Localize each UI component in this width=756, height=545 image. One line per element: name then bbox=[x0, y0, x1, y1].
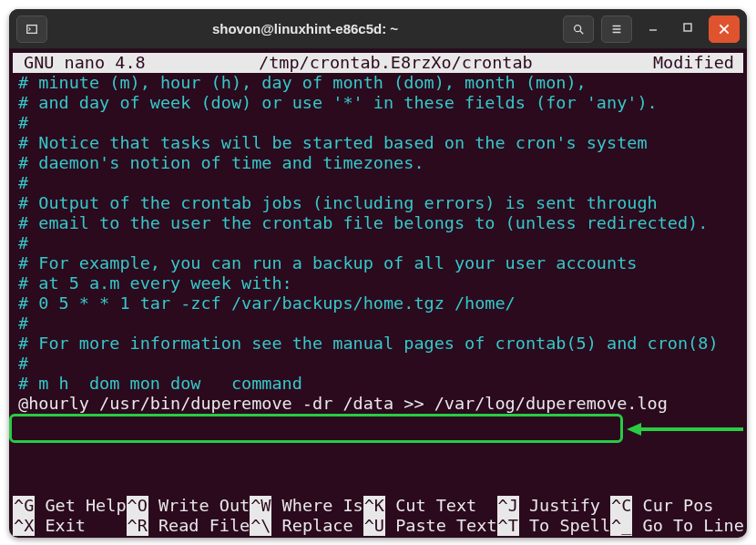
new-tab-button[interactable] bbox=[16, 15, 47, 43]
search-icon bbox=[572, 23, 585, 36]
titlebar: shovon@linuxhint-e86c5d: ~ bbox=[9, 9, 747, 49]
cron-command-line: @hourly /usr/bin/duperemove -dr /data >>… bbox=[18, 394, 743, 414]
comment-line: # bbox=[18, 354, 743, 374]
nano-file-path: /tmp/crontab.E8rzXo/crontab bbox=[259, 53, 653, 73]
shortcut-item: ^\ Replace bbox=[250, 516, 363, 536]
shortcut-label: Replace bbox=[271, 516, 352, 536]
shortcut-key: ^K bbox=[363, 496, 385, 516]
comment-line: # m h dom mon dow command bbox=[18, 374, 743, 394]
comment-line: # bbox=[18, 314, 743, 334]
shortcut-label: Justify bbox=[519, 496, 600, 516]
shortcut-label: Where Is bbox=[271, 496, 363, 516]
shortcut-key: ^_ bbox=[610, 516, 632, 536]
nano-shortcuts: ^G Get Help^O Write Out^W Where Is^K Cut… bbox=[13, 496, 743, 536]
shortcut-key: ^W bbox=[250, 496, 271, 516]
window-title: shovon@linuxhint-e86c5d: ~ bbox=[55, 21, 556, 36]
shortcut-item: ^J Justify bbox=[497, 496, 611, 516]
shortcut-key: ^R bbox=[127, 516, 148, 536]
terminal-icon bbox=[26, 23, 38, 36]
editor-content[interactable]: # minute (m), hour (h), day of month (do… bbox=[13, 73, 743, 414]
terminal-body[interactable]: GNU nano 4.8 /tmp/crontab.E8rzXo/crontab… bbox=[9, 49, 747, 538]
comment-line: # bbox=[18, 233, 743, 253]
shortcut-item: ^K Cut Text bbox=[363, 496, 497, 516]
comment-line: # For example, you can run a backup of a… bbox=[18, 253, 743, 273]
shortcut-label: Cur Pos bbox=[632, 496, 713, 516]
shortcut-label: Exit bbox=[35, 516, 86, 536]
comment-line: # 0 5 * * 1 tar -zcf /var/backups/home.t… bbox=[18, 293, 743, 314]
nano-status-bar: GNU nano 4.8 /tmp/crontab.E8rzXo/crontab… bbox=[13, 53, 743, 73]
shortcut-key: ^J bbox=[497, 496, 519, 516]
shortcut-label: Cut Text bbox=[385, 496, 476, 516]
shortcut-item: ^W Where Is bbox=[250, 496, 363, 516]
highlight-annotation bbox=[9, 414, 623, 443]
shortcut-key: ^G bbox=[13, 496, 35, 516]
shortcut-item: ^_ Go To Line bbox=[610, 516, 744, 536]
nano-app-name: GNU nano 4.8 bbox=[13, 53, 259, 73]
nano-state: Modified bbox=[653, 53, 743, 73]
shortcut-label: Go To Line bbox=[632, 516, 744, 536]
comment-line: # For more information see the manual pa… bbox=[18, 334, 743, 354]
comment-line: # bbox=[18, 173, 743, 193]
comment-line: # email to the user the crontab file bel… bbox=[18, 213, 743, 233]
hamburger-icon bbox=[610, 23, 623, 36]
shortcut-item: ^G Get Help bbox=[13, 496, 127, 516]
terminal-window: shovon@linuxhint-e86c5d: ~ GNU nano 4.8 … bbox=[9, 9, 747, 538]
window-controls bbox=[639, 15, 740, 43]
maximize-button[interactable] bbox=[674, 15, 701, 39]
shortcut-item: ^O Write Out bbox=[127, 496, 250, 516]
shortcut-key: ^\ bbox=[250, 516, 271, 536]
shortcut-item: ^X Exit bbox=[13, 516, 127, 536]
search-button[interactable] bbox=[563, 15, 594, 43]
shortcut-key: ^U bbox=[363, 516, 385, 536]
close-icon bbox=[718, 23, 730, 36]
shortcut-item: ^R Read File bbox=[127, 516, 250, 536]
comment-line: # Output of the crontab jobs (including … bbox=[18, 193, 743, 213]
svg-line-2 bbox=[580, 30, 584, 34]
shortcut-label: Get Help bbox=[35, 496, 126, 516]
comment-line: # and day of week (dow) or use '*' in th… bbox=[18, 93, 743, 113]
shortcut-key: ^C bbox=[610, 496, 632, 516]
shortcut-label: Read File bbox=[148, 516, 250, 536]
shortcut-item: ^C Cur Pos bbox=[610, 496, 744, 516]
comment-line: # minute (m), hour (h), day of month (do… bbox=[18, 73, 743, 93]
minimize-button[interactable] bbox=[639, 15, 667, 39]
svg-rect-0 bbox=[27, 25, 37, 33]
shortcut-key: ^T bbox=[497, 516, 519, 536]
shortcut-item: ^U Paste Text bbox=[363, 516, 497, 536]
maximize-icon bbox=[682, 22, 693, 33]
shortcut-label: To Spell bbox=[519, 516, 610, 536]
comment-line: # daemon's notion of time and timezones. bbox=[18, 153, 743, 173]
shortcut-item: ^T To Spell bbox=[497, 516, 611, 536]
arrow-annotation bbox=[627, 427, 745, 432]
shortcut-key: ^X bbox=[13, 516, 35, 536]
shortcut-key: ^O bbox=[127, 496, 148, 516]
shortcut-label: Write Out bbox=[148, 496, 250, 516]
minimize-icon bbox=[648, 22, 659, 33]
comment-line: # at 5 a.m every week with: bbox=[18, 273, 743, 293]
close-button[interactable] bbox=[709, 15, 740, 43]
menu-button[interactable] bbox=[601, 15, 632, 43]
svg-rect-7 bbox=[684, 24, 691, 31]
svg-point-1 bbox=[575, 25, 581, 31]
shortcut-label: Paste Text bbox=[385, 516, 497, 536]
comment-line: # Notice that tasks will be started base… bbox=[18, 133, 743, 153]
svg-marker-11 bbox=[627, 423, 641, 436]
comment-line: # bbox=[18, 113, 743, 133]
